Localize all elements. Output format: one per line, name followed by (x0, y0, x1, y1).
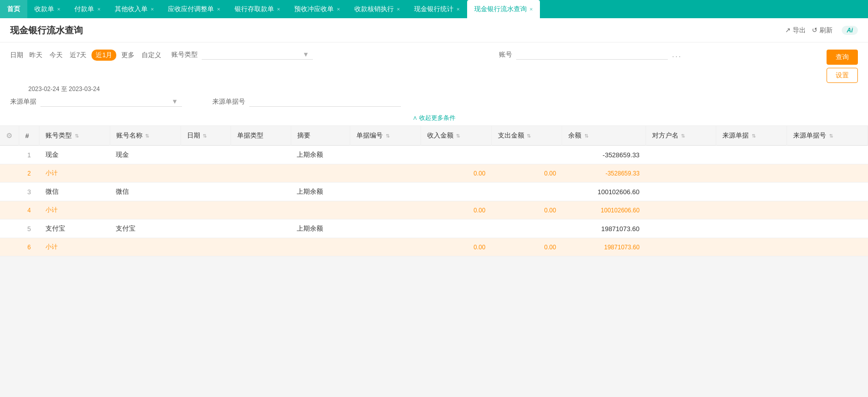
source-voucher-select[interactable]: ▼ (40, 97, 182, 107)
nav-other-income[interactable]: 其他收入单 × (108, 0, 161, 18)
date-1month[interactable]: 近1月 (92, 50, 116, 61)
nav-ar-ap-adjust[interactable]: 应收应付调整单 × (161, 0, 227, 18)
table-cell: 2 (19, 164, 39, 183)
table-row: 4小计0.000.00100102606.60 (0, 201, 868, 219)
table-cell: 1 (19, 146, 39, 164)
table-cell (0, 238, 19, 256)
col-num: # (19, 126, 39, 146)
table-cell (231, 146, 291, 164)
nav-cash-flow[interactable]: 现金银行流水查询 × (467, 0, 540, 18)
table-cell: 0.00 (491, 164, 562, 183)
col-date[interactable]: 日期 ⇅ (180, 126, 231, 146)
table-cell: 支付宝 (110, 219, 180, 238)
data-table: ⚙ # 账号类型 ⇅ 账号名称 ⇅ 日期 ⇅ 单据类型 摘要 单据编号 ⇅ 收入… (0, 126, 868, 256)
col-account-type[interactable]: 账号类型 ⇅ (39, 126, 110, 146)
close-bank-deposit-icon[interactable]: × (277, 6, 280, 12)
date-yesterday[interactable]: 昨天 (27, 50, 44, 61)
table-cell: -3528659.33 (562, 146, 646, 164)
close-cash-stats-icon[interactable]: × (456, 6, 460, 12)
header-actions: ↗ 导出 ↺ 刷新 Ai (785, 26, 858, 35)
col-counterpart[interactable]: 对方户名 ⇅ (646, 126, 716, 146)
table-settings-icon[interactable]: ⚙ (6, 131, 13, 140)
col-voucher-no[interactable]: 单据编号 ⇅ (350, 126, 421, 146)
col-source-voucher[interactable]: 来源单据 ⇅ (716, 126, 787, 146)
export-button[interactable]: ↗ 导出 (785, 26, 806, 35)
refresh-button[interactable]: ↺ 刷新 (812, 26, 833, 35)
col-expense[interactable]: 支出金额 ⇅ (491, 126, 562, 146)
table-cell (350, 219, 421, 238)
table-cell: 100102606.60 (562, 183, 646, 201)
source-voucher-no-input[interactable] (249, 97, 401, 107)
table-cell (110, 201, 180, 219)
table-cell (180, 201, 231, 219)
close-cash-flow-icon[interactable]: × (530, 6, 533, 12)
nav-receipt[interactable]: 收款单 × (27, 0, 67, 18)
col-account-name[interactable]: 账号名称 ⇅ (110, 126, 180, 146)
account-input[interactable] (516, 50, 668, 60)
nav-payment[interactable]: 付款单 × (67, 0, 107, 18)
table-row: 2小计0.000.00-3528659.33 (0, 164, 868, 183)
table-cell: 0.00 (491, 238, 562, 256)
table-cell: 0.00 (421, 164, 491, 183)
nav-bank-deposit[interactable]: 银行存取款单 × (227, 0, 287, 18)
table-cell: 4 (19, 201, 39, 219)
table-cell: 19871073.60 (562, 238, 646, 256)
table-header-row: ⚙ # 账号类型 ⇅ 账号名称 ⇅ 日期 ⇅ 单据类型 摘要 单据编号 ⇅ 收入… (0, 126, 868, 146)
account-type-chevron-icon: ▼ (303, 51, 309, 58)
table-cell (646, 201, 716, 219)
page-header: 现金银行流水查询 ↗ 导出 ↺ 刷新 Ai (0, 18, 868, 42)
table-cell: 上期余额 (291, 183, 350, 201)
close-ar-ap-icon[interactable]: × (217, 6, 220, 12)
table-cell (0, 146, 19, 164)
date-today[interactable]: 今天 (48, 50, 65, 61)
col-voucher-type: 单据类型 (231, 126, 291, 146)
close-prepaid-icon[interactable]: × (337, 6, 340, 12)
table-cell: 现金 (39, 146, 110, 164)
nav-prepaid[interactable]: 预收冲应收单 × (287, 0, 347, 18)
data-table-container: ⚙ # 账号类型 ⇅ 账号名称 ⇅ 日期 ⇅ 单据类型 摘要 单据编号 ⇅ 收入… (0, 126, 868, 256)
date-more[interactable]: 更多 (119, 50, 136, 61)
date-range-display: 2023-02-24 至 2023-03-24 (28, 85, 100, 93)
date-custom[interactable]: 自定义 (140, 50, 163, 61)
close-receipt-icon[interactable]: × (57, 6, 60, 12)
table-cell: 0.00 (491, 201, 562, 219)
nav-cash-stats[interactable]: 现金银行统计 × (407, 0, 467, 18)
close-payment-icon[interactable]: × (97, 6, 100, 12)
account-type-select[interactable]: ▼ (202, 50, 313, 60)
account-dots-icon[interactable]: ... (672, 50, 681, 59)
col-income[interactable]: 收入金额 ⇅ (421, 126, 491, 146)
table-cell: 现金 (110, 146, 180, 164)
date-options: 昨天 今天 近7天 近1月 更多 自定义 (27, 50, 163, 61)
table-cell (491, 219, 562, 238)
col-settings[interactable]: ⚙ (0, 126, 19, 146)
close-other-income-icon[interactable]: × (151, 6, 154, 12)
table-cell: 19871073.60 (562, 219, 646, 238)
filter-area: 日期 昨天 今天 近7天 近1月 更多 自定义 账号类型 ▼ 账号 ... (0, 42, 868, 126)
table-cell (350, 201, 421, 219)
table-cell (716, 238, 787, 256)
date-7days[interactable]: 近7天 (68, 50, 88, 61)
table-cell (787, 238, 868, 256)
sort-source-voucher-icon: ⇅ (752, 133, 756, 139)
table-cell (716, 219, 787, 238)
nav-receipt-verify[interactable]: 收款核销执行 × (347, 0, 407, 18)
query-button[interactable]: 查询 (827, 50, 858, 65)
table-cell (787, 201, 868, 219)
col-balance[interactable]: 余额 ⇅ (562, 126, 646, 146)
close-receipt-verify-icon[interactable]: × (397, 6, 400, 12)
source-voucher-label: 来源单据 (10, 97, 36, 106)
table-cell (180, 146, 231, 164)
table-cell (231, 164, 291, 183)
col-source-voucher-no[interactable]: 来源单据号 ⇅ (787, 126, 868, 146)
nav-home[interactable]: 首页 (0, 0, 27, 18)
sort-account-name-icon: ⇅ (145, 133, 149, 139)
table-cell (0, 164, 19, 183)
table-cell (350, 164, 421, 183)
table-cell (180, 238, 231, 256)
table-cell (180, 219, 231, 238)
table-cell (716, 164, 787, 183)
account-type-label: 账号类型 (171, 50, 198, 59)
table-cell (231, 183, 291, 201)
collapse-filters-button[interactable]: ∧ 收起更多条件 (10, 111, 858, 125)
settings-button[interactable]: 设置 (827, 68, 858, 83)
